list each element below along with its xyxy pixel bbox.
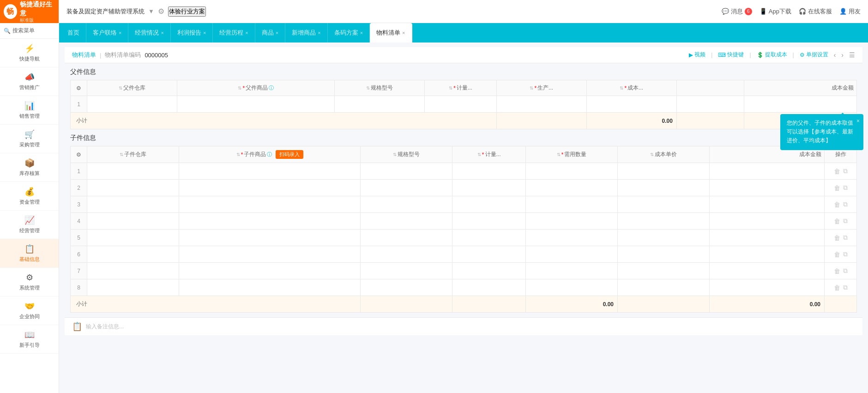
menu-button[interactable]: ☰ [849,51,855,59]
trial-button[interactable]: 体验行业方案 [168,6,206,17]
child-spec-cell[interactable] [361,279,452,296]
sidebar-item-9[interactable]: ⚙系统管理 [0,268,59,296]
child-unit-cell[interactable] [452,163,525,180]
tab-close-icon[interactable]: × [318,30,320,36]
note-placeholder[interactable]: 输入备注信息... [86,323,124,331]
delete-icon[interactable]: 🗑 [834,284,840,291]
child-spec-cell[interactable] [361,246,452,263]
child-price-cell[interactable] [618,246,710,263]
child-unit-cell[interactable] [452,279,525,296]
child-product-cell[interactable] [179,163,361,180]
child-unit-cell[interactable] [452,196,525,213]
child-spec-cell[interactable] [361,263,452,279]
single-setting-button[interactable]: ⚙ 单据设置 [800,51,828,59]
delete-icon[interactable]: 🗑 [834,218,840,225]
child-col-settings[interactable]: ⚙ [71,146,87,163]
child-warehouse-cell[interactable] [87,263,179,279]
child-unit-cell[interactable] [452,213,525,230]
nav-next-button[interactable]: › [841,51,844,59]
child-warehouse-cell[interactable] [87,230,179,246]
online-service-button[interactable]: 🎧 在线客服 [799,7,832,16]
child-qty-cell[interactable] [525,230,617,246]
child-qty-cell[interactable] [525,163,617,180]
parent-unit-cell[interactable] [425,96,496,113]
child-spec-cell[interactable] [361,230,452,246]
tab-close-icon[interactable]: × [276,30,278,36]
tab-2[interactable]: 经营情况 × [128,23,170,42]
child-product-cell[interactable] [179,279,361,296]
child-price-cell[interactable] [618,180,710,196]
sidebar-item-10[interactable]: 🤝企业协同 [0,296,59,325]
breadcrumb-link[interactable]: 物料清单 [72,51,96,59]
sidebar-item-6[interactable]: 💰资金管理 [0,182,59,211]
extract-cost-button[interactable]: 💲 提取成本 [757,51,787,59]
nav-prev-button[interactable]: ‹ [834,51,836,59]
child-product-cell[interactable] [179,213,361,230]
child-product-cell[interactable] [179,263,361,279]
tab-close-icon[interactable]: × [245,30,248,36]
child-unit-cell[interactable] [452,246,525,263]
child-product-cell[interactable] [179,196,361,213]
child-price-cell[interactable] [618,230,710,246]
shortcut-button[interactable]: ⌨ 快捷键 [718,51,744,59]
child-warehouse-cell[interactable] [87,163,179,180]
tab-0[interactable]: 首页 [61,23,86,42]
child-warehouse-cell[interactable] [87,279,179,296]
tab-1[interactable]: 客户联络 × [86,23,128,42]
child-price-cell[interactable] [618,196,710,213]
child-price-cell[interactable] [618,213,710,230]
sidebar-item-2[interactable]: 📣营销推广 [0,67,59,96]
child-qty-cell[interactable] [525,279,617,296]
child-qty-cell[interactable] [525,196,617,213]
tab-close-icon[interactable]: × [360,30,363,36]
tab-8[interactable]: 物料清单 × [370,23,412,42]
child-warehouse-cell[interactable] [87,180,179,196]
sidebar-item-7[interactable]: 📈经营管理 [0,211,59,239]
child-warehouse-cell[interactable] [87,196,179,213]
copy-icon[interactable]: ⧉ [843,167,848,175]
tab-close-icon[interactable]: × [203,30,206,36]
child-spec-cell[interactable] [361,196,452,213]
sidebar-item-8[interactable]: 📋基础信息 [0,239,59,268]
settings-icon[interactable]: ⚙ [158,7,164,16]
dropdown-arrow-icon[interactable]: ▼ [148,8,154,15]
child-product-cell[interactable] [179,246,361,263]
copy-icon[interactable]: ⧉ [843,184,848,192]
child-unit-cell[interactable] [452,263,525,279]
child-product-cell[interactable] [179,180,361,196]
child-spec-cell[interactable] [361,213,452,230]
tab-6[interactable]: 新增商品 × [285,23,327,42]
sidebar-item-4[interactable]: 🛒采购管理 [0,125,59,153]
sidebar-item-3[interactable]: 📊销售管理 [0,96,59,125]
child-qty-cell[interactable] [525,246,617,263]
copy-icon[interactable]: ⧉ [843,200,848,208]
child-warehouse-cell[interactable] [87,246,179,263]
tab-close-icon[interactable]: × [119,30,121,36]
delete-icon[interactable]: 🗑 [834,251,840,258]
child-product-cell[interactable] [179,230,361,246]
sidebar-item-11[interactable]: 📖新手引导 [0,325,59,354]
delete-icon[interactable]: 🗑 [834,168,840,175]
sidebar-item-1[interactable]: ⚡快捷导航 [0,39,59,67]
tab-5[interactable]: 商品 × [255,23,285,42]
child-price-cell[interactable] [618,163,710,180]
parent-spec-cell[interactable] [335,96,425,113]
view-button[interactable]: ▶ 视频 [689,51,705,59]
parent-col-settings[interactable]: ⚙ [71,80,87,96]
tab-7[interactable]: 条码方案 × [328,23,370,42]
child-price-cell[interactable] [618,263,710,279]
parent-produce-cell[interactable] [496,96,586,113]
delete-icon[interactable]: 🗑 [834,184,840,192]
copy-icon[interactable]: ⧉ [843,234,848,242]
user-menu-button[interactable]: 👤 用友 [839,7,861,16]
copy-icon[interactable]: ⧉ [843,217,848,225]
child-spec-cell[interactable] [361,180,452,196]
tooltip-close-button[interactable]: × [856,117,860,126]
tab-4[interactable]: 经营历程 × [213,23,255,42]
child-unit-cell[interactable] [452,180,525,196]
delete-icon[interactable]: 🗑 [834,201,840,208]
tab-close-icon[interactable]: × [402,30,405,36]
copy-icon[interactable]: ⧉ [843,250,848,258]
search-menu-item[interactable]: 🔍 搜索菜单 [0,23,59,39]
child-spec-cell[interactable] [361,163,452,180]
